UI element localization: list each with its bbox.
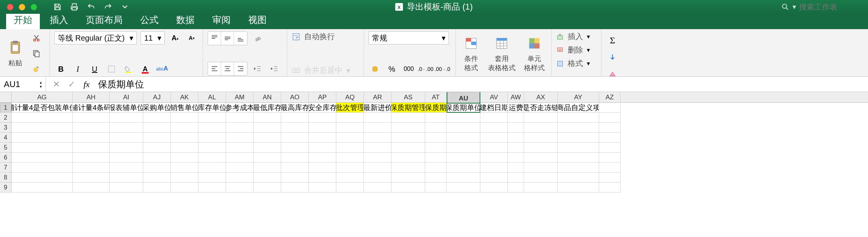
align-center-icon[interactable]: [221, 62, 234, 75]
autosum-icon[interactable]: Σ: [606, 34, 619, 47]
cell-AK1[interactable]: 销售单位: [171, 103, 198, 113]
cell-AJ9[interactable]: [143, 183, 171, 193]
cell-AU1[interactable]: 保质期单位: [447, 103, 480, 113]
cell-AG5[interactable]: [11, 143, 73, 153]
cell-AK4[interactable]: [171, 133, 198, 143]
cell-AR5[interactable]: [364, 143, 391, 153]
col-header-AT[interactable]: AT: [425, 92, 447, 102]
cell-AU3[interactable]: [447, 123, 480, 133]
cancel-formula-icon[interactable]: ✕: [53, 79, 60, 89]
currency-icon[interactable]: [368, 63, 382, 76]
align-middle-icon[interactable]: [221, 32, 234, 45]
cell-AZ9[interactable]: [599, 183, 621, 193]
row-header-8[interactable]: 8: [0, 173, 11, 183]
cell-AH4[interactable]: [73, 133, 110, 143]
cell-AX2[interactable]: [524, 113, 558, 123]
cell-AG8[interactable]: [11, 173, 73, 183]
cell-AX5[interactable]: [524, 143, 558, 153]
tab-page-layout[interactable]: 页面布局: [78, 12, 130, 29]
cell-AT4[interactable]: [425, 133, 447, 143]
row-header-2[interactable]: 2: [0, 113, 11, 123]
merge-center-button[interactable]: 合并后居中▾: [292, 65, 359, 76]
cell-AZ8[interactable]: [599, 173, 621, 183]
print-icon[interactable]: [69, 2, 79, 12]
cell-AV4[interactable]: [480, 133, 508, 143]
cell-AQ4[interactable]: [336, 133, 364, 143]
cell-AN1[interactable]: 最低库存: [254, 103, 281, 113]
enter-formula-icon[interactable]: ✓: [68, 79, 75, 89]
cell-AQ6[interactable]: [336, 153, 364, 163]
cell-AZ6[interactable]: [599, 153, 621, 163]
cell-AG7[interactable]: [11, 163, 73, 173]
cell-AG4[interactable]: [11, 133, 73, 143]
cell-AH3[interactable]: [73, 123, 110, 133]
cell-AT7[interactable]: [425, 163, 447, 173]
cell-AJ1[interactable]: 采购单位: [143, 103, 171, 113]
col-header-AI[interactable]: AI: [110, 92, 143, 102]
cell-AH7[interactable]: [73, 163, 110, 173]
cell-AY9[interactable]: [558, 183, 599, 193]
cell-AI3[interactable]: [110, 123, 143, 133]
col-header-AS[interactable]: AS: [391, 92, 425, 102]
cell-AM8[interactable]: [226, 173, 254, 183]
cell-AP3[interactable]: [309, 123, 336, 133]
cell-AX9[interactable]: [524, 183, 558, 193]
column-headers[interactable]: AGAHAIAJAKALAMANAOAPAQARASATAUAVAWAXAYAZ: [11, 92, 868, 103]
col-header-AH[interactable]: AH: [73, 92, 110, 102]
cell-AU8[interactable]: [447, 173, 480, 183]
cell-AO8[interactable]: [281, 173, 309, 183]
cell-AN6[interactable]: [254, 153, 281, 163]
cell-AO1[interactable]: 最高库存: [281, 103, 309, 113]
cell-AS1[interactable]: 保质期管理: [391, 103, 425, 113]
cell-AO3[interactable]: [281, 123, 309, 133]
cell-AS6[interactable]: [391, 153, 425, 163]
cell-AO5[interactable]: [281, 143, 309, 153]
cell-AS4[interactable]: [391, 133, 425, 143]
cell-AK6[interactable]: [171, 153, 198, 163]
cell-AL1[interactable]: 库存单位: [198, 103, 226, 113]
cell-AN3[interactable]: [254, 123, 281, 133]
border-button[interactable]: [105, 63, 118, 76]
cell-AT9[interactable]: [425, 183, 447, 193]
col-header-AL[interactable]: AL: [198, 92, 226, 102]
copy-icon[interactable]: [30, 47, 43, 60]
cells-area[interactable]: 辅计量4是否包装单位辅计量4条码报表辅单位采购单位销售单位库存单位参考成本最低库…: [11, 103, 868, 193]
cell-AG2[interactable]: [11, 113, 73, 123]
cell-AL9[interactable]: [198, 183, 226, 193]
close-window-button[interactable]: [7, 4, 13, 10]
font-name-select[interactable]: 等线 Regular (正文)▾: [54, 31, 137, 44]
comma-icon[interactable]: 000: [402, 63, 415, 76]
cell-AR8[interactable]: [364, 173, 391, 183]
format-painter-icon[interactable]: [30, 62, 43, 75]
cell-AM7[interactable]: [226, 163, 254, 173]
cell-AR4[interactable]: [364, 133, 391, 143]
cell-AQ5[interactable]: [336, 143, 364, 153]
cell-AZ3[interactable]: [599, 123, 621, 133]
cell-AJ8[interactable]: [143, 173, 171, 183]
cell-AS3[interactable]: [391, 123, 425, 133]
wrap-text-button[interactable]: 自动换行: [292, 31, 359, 42]
cell-AV8[interactable]: [480, 173, 508, 183]
underline-button[interactable]: U: [88, 63, 101, 76]
cell-AS8[interactable]: [391, 173, 425, 183]
cell-AK5[interactable]: [171, 143, 198, 153]
col-header-AY[interactable]: AY: [558, 92, 599, 102]
cell-AI9[interactable]: [110, 183, 143, 193]
cell-AR2[interactable]: [364, 113, 391, 123]
increase-font-icon[interactable]: A▴: [169, 31, 181, 44]
cell-AU4[interactable]: [447, 133, 480, 143]
fill-color-button[interactable]: [122, 63, 135, 76]
cell-AS7[interactable]: [391, 163, 425, 173]
tab-home[interactable]: 开始: [6, 12, 40, 29]
cell-AY3[interactable]: [558, 123, 599, 133]
cell-AK7[interactable]: [171, 163, 198, 173]
cell-AH8[interactable]: [73, 173, 110, 183]
cell-AW6[interactable]: [508, 153, 524, 163]
cell-AM3[interactable]: [226, 123, 254, 133]
cell-AJ7[interactable]: [143, 163, 171, 173]
minimize-window-button[interactable]: [19, 4, 25, 10]
cell-AJ6[interactable]: [143, 153, 171, 163]
cell-AW5[interactable]: [508, 143, 524, 153]
cell-AL3[interactable]: [198, 123, 226, 133]
col-header-AG[interactable]: AG: [11, 92, 73, 102]
